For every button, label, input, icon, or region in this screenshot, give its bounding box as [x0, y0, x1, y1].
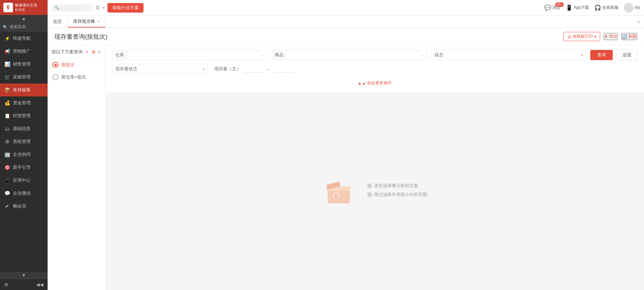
scheme-item-by-warehouse-batch[interactable]: ○ 按仓库+批次 — [48, 71, 105, 83]
tabs-bar: 首页 库存批次账 × × — [48, 16, 644, 28]
topbar-gear-icon[interactable]: ⚙ — [95, 4, 100, 11]
app-logo: 6 — [3, 3, 13, 12]
warehouse-input[interactable] — [127, 51, 259, 59]
scheme-settings-icon[interactable]: ⚙ — [91, 49, 96, 55]
sidebar-item-wechat[interactable]: 💬 企业微信 — [0, 187, 48, 200]
product-input[interactable] — [287, 51, 419, 59]
tab-close-icon[interactable]: × — [97, 19, 100, 24]
print-dropdown-icon[interactable]: ▾ — [594, 34, 596, 39]
stock-qty-label: 现存量（主） — [214, 66, 241, 72]
sidebar-item-apps[interactable]: 📱 应用中心 — [0, 174, 48, 187]
topbar-search[interactable]: 🔍 — [52, 4, 92, 12]
stock-qty-max-input[interactable] — [274, 65, 294, 73]
settings-button[interactable]: 设置 — [617, 50, 637, 60]
sidebar-scroll-up[interactable]: ▲ — [0, 15, 48, 22]
sidebar-item-guide[interactable]: 🎯 新手引导 — [0, 161, 48, 174]
product-label: 商品 — [272, 50, 287, 60]
enterprise-icon: 🏢 — [4, 151, 10, 158]
system-label: 系统管理 — [13, 139, 31, 145]
sidebar-item-sales[interactable]: 📊 销售管理 — [0, 58, 48, 71]
panel-header: 按以下方案查询 ＋ ⚙ « — [48, 46, 105, 59]
topbar-service[interactable]: 🎧 在线客服 — [594, 4, 618, 11]
empty-illustration — [323, 175, 357, 209]
sidebar-collapse-icon[interactable]: ◀◀ — [36, 282, 44, 287]
warehouse-dots[interactable]: ··· — [259, 51, 267, 59]
sidebar-item-purchase[interactable]: 🛒 采购管理 — [0, 71, 48, 84]
export-label: 导出 — [609, 34, 617, 39]
sidebar-item-enterprise[interactable]: 🏢 企业协同 — [0, 148, 48, 161]
page-title: 现存量查询(按批次) — [54, 33, 107, 41]
stock-qty-filter: 现存量（主） — — [214, 65, 294, 73]
collapse-panel-icon[interactable]: « — [98, 49, 101, 55]
sidebar-item-system[interactable]: ⚙ 系统管理 — [0, 135, 48, 148]
trial-button[interactable]: 体验行业方案 — [107, 3, 143, 13]
tab-panel-close[interactable]: × — [633, 16, 644, 27]
sales-label: 销售管理 — [13, 61, 31, 67]
page-actions: 🖨 按模板打印 ▾ ⬆ 导出 🔄 刷新 — [563, 32, 637, 41]
sidebar-item-finance[interactable]: 💰 资金管理 — [0, 96, 48, 109]
sidebar-item-vip[interactable]: ✔ 畅会员 — [0, 200, 48, 213]
status-filter: 状态 ▾ — [431, 50, 586, 60]
system-icon: ⚙ — [4, 139, 10, 145]
app-label: App下载 — [574, 5, 589, 11]
topbar-app-download[interactable]: 📱 App下载 — [566, 4, 589, 11]
sidebar-item-marketing[interactable]: 📢 营销推广 — [0, 45, 48, 58]
filter-row-1: 仓库 ··· 商品 ··· 状态 ▾ — [112, 50, 637, 60]
topbar: 🔍 ⚙ ▾ 体验行业方案 💬 消息 99+ 📱 App下载 🎧 在线客服 Rit — [48, 0, 644, 16]
finance-icon: 💰 — [4, 100, 10, 106]
sidebar-scroll-down[interactable]: ▼ — [0, 272, 48, 279]
sales-icon: 📊 — [4, 61, 10, 67]
sidebar-nav: ⚡ 快捷导航 📢 营销推广 📊 销售管理 🛒 采购管理 📦 库存核算 💰 资金管… — [0, 32, 48, 272]
topbar-user[interactable]: Rit — [624, 3, 640, 13]
scheme-by-batch-label: 按批次 — [61, 62, 74, 68]
topbar-message[interactable]: 💬 消息 99+ — [544, 4, 560, 11]
print-icon: 🖨 — [567, 34, 571, 39]
enterprise-label: 企业协同 — [13, 151, 31, 158]
sidebar-search[interactable]: 🔍 搜索菜单 — [0, 22, 48, 32]
refresh-icon: 🔄 — [622, 34, 627, 39]
collapse-filter-button[interactable]: ▲▲ 收起更多条件 — [112, 77, 637, 89]
stock-qty-min-input[interactable] — [243, 65, 264, 73]
refresh-label: 刷新 — [628, 34, 637, 39]
product-dots[interactable]: ··· — [419, 51, 427, 59]
export-icon: ⬆ — [604, 34, 608, 39]
left-panel: 按以下方案查询 ＋ ⚙ « 按批次 ○ 按仓库+批次 — [48, 46, 105, 290]
topbar-search-placeholder — [61, 5, 85, 11]
tab-inventory-batch[interactable]: 库存批次账 × — [68, 16, 105, 28]
sidebar-item-operations[interactable]: 📋 经营管理 — [0, 109, 48, 122]
scheme-item-by-batch[interactable]: 按批次 — [48, 59, 105, 71]
print-button[interactable]: 🖨 按模板打印 ▾ — [563, 32, 600, 41]
vip-label: 畅会员 — [13, 203, 26, 209]
sidebar-item-basic[interactable]: 🗂 基础信息 — [0, 122, 48, 135]
stock-status-filter[interactable]: 现存量状态 ▾ — [112, 64, 207, 74]
page-header: 现存量查询(按批次) 🖨 按模板打印 ▾ ⬆ 导出 🔄 刷新 — [48, 28, 644, 46]
apps-icon: 📱 — [4, 177, 10, 183]
refresh-button[interactable]: 🔄 刷新 — [621, 33, 637, 40]
topbar-search-icon: 🔍 — [54, 5, 60, 10]
wechat-label: 企业微信 — [13, 190, 31, 196]
company-info: 畅康通好生意 标准版 — [15, 3, 37, 12]
tab-home[interactable]: 首页 — [48, 16, 68, 28]
export-button[interactable]: ⬆ 导出 — [604, 33, 618, 40]
search-label: 搜索菜单 — [10, 24, 26, 30]
query-button[interactable]: 查询 — [590, 50, 613, 60]
guide-label: 新手引导 — [13, 164, 31, 170]
collapse-label: 收起更多条件 — [367, 80, 392, 86]
tab-inventory-batch-label: 库存批次账 — [73, 18, 95, 24]
shortcuts-label: 快捷导航 — [13, 35, 31, 41]
sidebar-settings-icon[interactable]: ⚙ — [4, 282, 9, 287]
search-icon: 🔍 — [3, 25, 8, 30]
inventory-label: 库存核算 — [13, 87, 31, 93]
sidebar-item-shortcuts[interactable]: ⚡ 快捷导航 — [0, 32, 48, 45]
topbar-dropdown-icon[interactable]: ▾ — [103, 5, 105, 10]
filter-area: 仓库 ··· 商品 ··· 状态 ▾ — [105, 46, 644, 93]
operations-icon: 📋 — [4, 113, 10, 119]
user-avatar — [624, 3, 633, 13]
inventory-icon: 📦 — [4, 87, 10, 93]
sidebar-header: 6 畅康通好生意 标准版 — [0, 0, 48, 15]
product-filter: 商品 ··· — [272, 50, 427, 60]
status-selector[interactable]: 状态 ▾ — [431, 50, 586, 60]
sidebar-item-inventory[interactable]: 📦 库存核算 — [0, 84, 48, 96]
scheme-active-icon — [52, 62, 58, 68]
add-scheme-button[interactable]: ＋ — [85, 49, 89, 55]
